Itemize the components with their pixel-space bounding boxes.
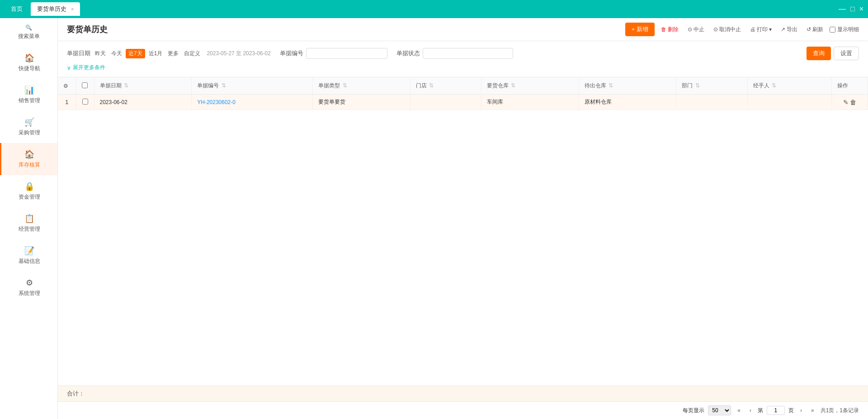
stop-button[interactable]: ⊙ 中止 xyxy=(685,24,707,35)
header-actions: + 新增 🗑 删除 ⊙ 中止 ⊙ 取消中止 🖨 打印 ▾ xyxy=(625,23,859,36)
row-handler xyxy=(747,95,831,110)
tab-close-icon[interactable]: × xyxy=(71,6,74,12)
query-button[interactable]: 查询 xyxy=(807,47,831,60)
page-title: 要货单历史 xyxy=(67,24,108,35)
sidebar-item-basic[interactable]: 📝 基础信息 xyxy=(0,239,57,271)
page-number-input[interactable] xyxy=(767,406,785,415)
row-delete-button[interactable]: 🗑 xyxy=(850,99,856,106)
doc-no-filter: 单据编号 xyxy=(280,48,387,59)
page-suffix: 页 xyxy=(788,407,794,414)
sidebar-item-label: 采购管理 xyxy=(19,129,40,137)
operation-icon: 📋 xyxy=(24,214,34,224)
doc-type-column-header[interactable]: 单据类型 ⇅ xyxy=(313,77,410,95)
date-filter-buttons: 昨天 今天 近7天 近1月 更多 自定义 xyxy=(93,49,202,58)
sidebar-item-quick-nav[interactable]: 🏠 快捷导航 xyxy=(0,47,57,79)
stop-icon: ⊙ xyxy=(688,26,692,33)
home-tab[interactable]: 首页 xyxy=(5,2,29,16)
date-btn-today[interactable]: 今天 xyxy=(109,49,124,58)
home-icon: 🏠 xyxy=(24,53,34,63)
sidebar-item-finance[interactable]: 🔒 资金管理 xyxy=(0,175,57,207)
row-ops: ✎ 🗑 xyxy=(832,95,868,110)
setting-button[interactable]: 设置 xyxy=(834,47,859,60)
page-prefix: 第 xyxy=(758,407,763,414)
date-filter: 单据日期 昨天 今天 近7天 近1月 更多 自定义 2023-05-27 至 2… xyxy=(67,49,271,58)
sidebar-item-label: 基础信息 xyxy=(19,257,40,265)
shop-column-header[interactable]: 门店 ⇅ xyxy=(410,77,481,95)
department-column-header[interactable]: 部门 ⇅ xyxy=(676,77,747,95)
cancel-stop-icon: ⊙ xyxy=(713,26,718,33)
window-controls: — □ × xyxy=(839,5,863,13)
sidebar-item-sales[interactable]: 📊 销售管理 xyxy=(0,79,57,111)
total-label: 合计： xyxy=(67,390,85,397)
table-row: 1 2023-06-02 YH-20230602-0 要货单要货 车间库 原材料… xyxy=(58,95,868,110)
date-btn-custom[interactable]: 自定义 xyxy=(182,49,202,58)
row-department xyxy=(676,95,747,110)
row-edit-button[interactable]: ✎ xyxy=(843,99,849,106)
status-label: 单据状态 xyxy=(396,49,420,57)
per-page-label: 每页显示 xyxy=(683,407,704,414)
pending-warehouse-column-header[interactable]: 待出仓库 ⇅ xyxy=(579,77,676,95)
close-window-icon[interactable]: × xyxy=(859,5,863,13)
row-doc-date: 2023-06-02 xyxy=(94,95,192,110)
print-button[interactable]: 🖨 打印 ▾ xyxy=(747,24,774,35)
row-checkbox-cell xyxy=(76,95,94,110)
delete-button[interactable]: 🗑 删除 xyxy=(658,24,681,35)
export-button[interactable]: ↗ 导出 xyxy=(778,24,800,35)
status-select[interactable] xyxy=(423,48,513,59)
doc-no-link[interactable]: YH-20230602-0 xyxy=(197,99,236,105)
sidebar: 🔍 搜索菜单 🏠 快捷导航 📊 销售管理 🛒 采购管理 🏠 库存核算 🔒 资金管… xyxy=(0,18,58,419)
next-page-button[interactable]: › xyxy=(797,406,805,414)
pagination-bar: 每页显示 50 10 20 100 « ‹ 第 页 › » 共1页，1条记录 xyxy=(58,401,868,419)
date-btn-yesterday[interactable]: 昨天 xyxy=(93,49,108,58)
doc-no-label: 单据编号 xyxy=(280,49,303,57)
req-warehouse-column-header[interactable]: 要货仓库 ⇅ xyxy=(481,77,579,95)
prev-page-button[interactable]: ‹ xyxy=(747,406,754,414)
select-all-checkbox[interactable] xyxy=(82,82,88,88)
row-shop xyxy=(410,95,481,110)
minimize-icon[interactable]: — xyxy=(839,5,846,13)
sidebar-item-label: 系统管理 xyxy=(19,290,40,297)
sidebar-item-system[interactable]: ⚙ 系统管理 xyxy=(0,271,57,304)
search-label: 搜索菜单 xyxy=(18,33,40,40)
export-icon: ↗ xyxy=(781,26,785,33)
delete-icon: 🗑 xyxy=(661,26,666,33)
sidebar-item-label: 经营管理 xyxy=(19,225,40,233)
sidebar-search[interactable]: 🔍 搜索菜单 xyxy=(0,18,57,47)
doc-date-column-header[interactable]: 单据日期 ⇅ xyxy=(94,77,192,95)
sidebar-item-purchase[interactable]: 🛒 采购管理 xyxy=(0,111,57,143)
date-btn-more[interactable]: 更多 xyxy=(166,49,180,58)
first-page-button[interactable]: « xyxy=(735,406,743,414)
maximize-icon[interactable]: □ xyxy=(850,5,855,13)
doc-no-column-header[interactable]: 单据编号 ⇅ xyxy=(192,77,313,95)
table-footer: 合计： xyxy=(58,386,868,401)
expand-filter-button[interactable]: ∨ 展开更多条件 xyxy=(67,64,859,71)
date-btn-1month[interactable]: 近1月 xyxy=(147,49,165,58)
row-num-cell: 1 xyxy=(58,95,76,110)
data-table: ⚙ 单据日期 ⇅ 单据编号 ⇅ 单据类型 ⇅ 门店 ⇅ 要货仓库 ⇅ 待出仓库 … xyxy=(58,77,868,110)
show-detail-input[interactable] xyxy=(830,27,835,33)
sidebar-item-inventory[interactable]: 🏠 库存核算 xyxy=(0,143,57,175)
show-detail-checkbox[interactable]: 显示明细 xyxy=(830,26,859,33)
expand-icon: ∨ xyxy=(67,65,71,71)
ops-column-header: 操作 xyxy=(832,77,868,95)
date-btn-7days[interactable]: 近7天 xyxy=(126,49,145,58)
row-checkbox[interactable] xyxy=(82,99,88,105)
row-doc-no: YH-20230602-0 xyxy=(192,95,313,110)
active-tab[interactable]: 要货单历史 × xyxy=(31,2,80,16)
refresh-button[interactable]: ↺ 刷新 xyxy=(804,24,826,35)
sidebar-item-label: 快捷导航 xyxy=(19,65,40,72)
last-page-button[interactable]: » xyxy=(808,406,817,414)
doc-no-input[interactable] xyxy=(306,48,387,59)
new-button[interactable]: + 新增 xyxy=(625,23,655,36)
checkbox-column-header xyxy=(76,77,94,95)
settings-column-header[interactable]: ⚙ xyxy=(58,77,76,95)
cancel-stop-button[interactable]: ⊙ 取消中止 xyxy=(711,24,744,35)
row-pending-warehouse: 原材料仓库 xyxy=(579,95,676,110)
table-area: ⚙ 单据日期 ⇅ 单据编号 ⇅ 单据类型 ⇅ 门店 ⇅ 要货仓库 ⇅ 待出仓库 … xyxy=(58,77,868,386)
sales-icon: 📊 xyxy=(24,85,34,95)
row-req-warehouse: 车间库 xyxy=(481,95,579,110)
per-page-select[interactable]: 50 10 20 100 xyxy=(708,405,731,415)
main-layout: 🔍 搜索菜单 🏠 快捷导航 📊 销售管理 🛒 采购管理 🏠 库存核算 🔒 资金管… xyxy=(0,18,868,419)
handler-column-header[interactable]: 经手人 ⇅ xyxy=(747,77,831,95)
sidebar-item-operation[interactable]: 📋 经营管理 xyxy=(0,207,57,239)
